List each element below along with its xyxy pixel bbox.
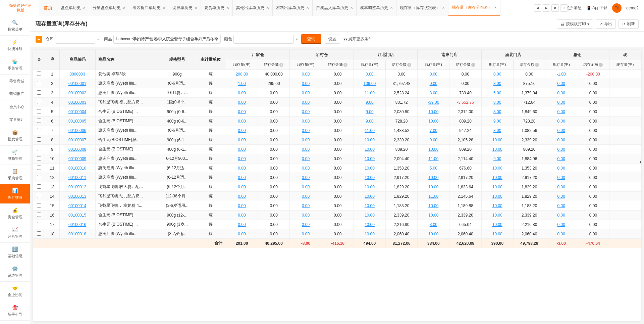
- row-zc-qty-11[interactable]: 0.00: [545, 173, 577, 182]
- row-cj-qty-5[interactable]: 0.00: [226, 117, 258, 126]
- row-yb-qty-10[interactable]: 10.00: [481, 164, 513, 173]
- tab-6[interactable]: 材料出库单历史✕: [273, 0, 313, 16]
- username[interactable]: demo2: [626, 6, 639, 10]
- row-check-7[interactable]: [33, 135, 45, 145]
- row-jb-qty-3[interactable]: 9.00: [354, 98, 385, 107]
- row-cj-qty-7[interactable]: 0.00: [226, 135, 258, 145]
- row-check-10[interactable]: [33, 164, 45, 173]
- tab-close-9[interactable]: ✕: [442, 6, 445, 10]
- row-code-0[interactable]: 0000003: [59, 70, 95, 79]
- row-zc-qty-10[interactable]: 0.00: [545, 164, 577, 173]
- sidebar-item-14[interactable]: ⚙️系统管理: [0, 262, 30, 282]
- row-yb-qty-11[interactable]: 10.00: [481, 173, 513, 182]
- row-check-5[interactable]: [33, 117, 45, 126]
- row-code-5[interactable]: 00100005: [59, 117, 95, 126]
- tab-close-7[interactable]: ✕: [350, 6, 353, 10]
- row-zc-qty-3[interactable]: 0.00: [545, 98, 577, 107]
- row-na-qty-0[interactable]: 0.00: [418, 70, 449, 79]
- row-yb-qty-15[interactable]: 10.00: [481, 211, 513, 220]
- row-na-qty-9[interactable]: 11.00: [418, 154, 449, 164]
- row-code-1[interactable]: 00100001: [59, 79, 95, 88]
- tab-7[interactable]: 产成品入库单历史✕: [313, 0, 357, 16]
- messages-btn[interactable]: 💬 消息: [568, 5, 582, 11]
- row-mc-qty-11[interactable]: 0.00: [290, 173, 322, 182]
- row-mc-qty-13[interactable]: 0.00: [290, 192, 322, 201]
- row-cj-qty-0[interactable]: 200.00: [226, 70, 258, 79]
- row-zc-qty-14[interactable]: 0.00: [545, 201, 577, 211]
- info-icon-6[interactable]: i: [599, 63, 603, 67]
- sidebar-item-11[interactable]: 💰资金管理: [0, 204, 30, 223]
- row-check-15[interactable]: [33, 211, 45, 220]
- sidebar-item-1[interactable]: ⚡快捷导航: [0, 36, 30, 55]
- row-jb-qty-12[interactable]: 10.00: [354, 182, 385, 192]
- row-cj-qty-3[interactable]: 0.00: [226, 98, 258, 107]
- row-zc-qty-13[interactable]: 0.00: [545, 192, 577, 201]
- row-cj-qty-12[interactable]: 0.00: [226, 182, 258, 192]
- print-button[interactable]: 🖨 按模板打印 ▾: [557, 19, 593, 29]
- row-zc-qty-16[interactable]: 0.00: [545, 220, 577, 229]
- tab-1[interactable]: 分量盘点单历史✕: [89, 0, 129, 16]
- sidebar-item-2[interactable]: 🏪零售管理▲: [0, 55, 30, 75]
- tab-10[interactable]: 现存量（库存分布表）✕: [448, 0, 500, 16]
- row-cj-qty-14[interactable]: 0.00: [226, 201, 258, 211]
- row-mc-qty-7[interactable]: 0.00: [290, 135, 322, 145]
- row-cj-qty-6[interactable]: 0.00: [226, 126, 258, 135]
- row-jb-qty-6[interactable]: 11.00: [354, 126, 385, 135]
- row-check-13[interactable]: [33, 192, 45, 201]
- row-check-8[interactable]: [33, 145, 45, 154]
- row-jb-qty-13[interactable]: 10.00: [354, 192, 385, 201]
- row-check-6[interactable]: [33, 126, 45, 135]
- sidebar-item-3[interactable]: 零售商城: [0, 75, 30, 87]
- row-mc-qty-5[interactable]: 0.00: [290, 117, 322, 126]
- tab-close-3[interactable]: ✕: [195, 6, 197, 10]
- row-yb-qty-12[interactable]: 10.00: [481, 182, 513, 192]
- row-code-3[interactable]: 00100003: [59, 98, 95, 107]
- row-jb-qty-10[interactable]: 10.00: [354, 164, 385, 173]
- row-code-6[interactable]: 00100006: [59, 126, 95, 135]
- tab-prev-button[interactable]: ◀: [534, 4, 541, 12]
- user-avatar[interactable]: Ea: [612, 3, 622, 13]
- row-zc-qty-15[interactable]: 0.00: [545, 211, 577, 220]
- row-code-4[interactable]: 00100004: [59, 107, 95, 117]
- tab-close-8[interactable]: ✕: [390, 6, 393, 10]
- row-yb-qty-2[interactable]: 6.00: [481, 88, 513, 98]
- row-mc-qty-0[interactable]: 0.00: [290, 70, 322, 79]
- row-mc-qty-6[interactable]: 0.00: [290, 126, 322, 135]
- tab-home[interactable]: 首页: [39, 0, 57, 16]
- row-code-15[interactable]: 00100015: [59, 211, 95, 220]
- row-cj-qty-15[interactable]: 0.00: [226, 211, 258, 220]
- tab-close-6[interactable]: ✕: [306, 6, 309, 10]
- row-na-qty-8[interactable]: 10.00: [418, 145, 449, 154]
- row-na-qty-16[interactable]: 3.00: [418, 220, 449, 229]
- col-settings[interactable]: ⚙: [33, 50, 45, 70]
- row-yb-qty-6[interactable]: 8.00: [481, 126, 513, 135]
- row-na-qty-10[interactable]: 5.00: [418, 164, 449, 173]
- row-jb-qty-8[interactable]: 10.00: [354, 145, 385, 154]
- row-zc-qty-0[interactable]: -1.00: [545, 70, 577, 79]
- row-jb-qty-0[interactable]: 0.00: [354, 70, 385, 79]
- tab-close-1[interactable]: ✕: [123, 6, 125, 10]
- color-input[interactable]: [233, 35, 294, 44]
- table-wrapper[interactable]: ⚙ 序 商品编码 商品名称 规格型号 主计量单位 厂家仓 陌村仓 江北门店 南岸…: [33, 50, 641, 321]
- row-cj-qty-8[interactable]: 0.00: [226, 145, 258, 154]
- sidebar-item-8[interactable]: 🛒电商管理: [0, 146, 30, 165]
- sidebar-item-10[interactable]: 📊库存核算: [0, 184, 30, 204]
- row-yb-qty-16[interactable]: 10.00: [481, 220, 513, 229]
- row-na-qty-7[interactable]: 9.00: [418, 135, 449, 145]
- row-code-13[interactable]: 00100013: [59, 192, 95, 201]
- row-code-17[interactable]: 00100018: [59, 229, 95, 239]
- row-yb-qty-17[interactable]: 10.00: [481, 229, 513, 239]
- row-yb-qty-7[interactable]: 10.00: [481, 135, 513, 145]
- goods-input[interactable]: [113, 35, 221, 44]
- row-na-qty-12[interactable]: 10.00: [418, 182, 449, 192]
- info-icon-2[interactable]: i: [343, 63, 347, 67]
- refresh-button[interactable]: ↺ 刷新: [619, 19, 639, 29]
- row-code-16[interactable]: 00100016: [59, 220, 95, 229]
- row-zc-qty-1[interactable]: 0.00: [545, 79, 577, 88]
- row-yb-qty-1[interactable]: 3.00: [481, 79, 513, 88]
- tab-close-2[interactable]: ✕: [163, 6, 165, 10]
- row-mc-qty-3[interactable]: 0.00: [290, 98, 322, 107]
- row-cj-qty-13[interactable]: 0.00: [226, 192, 258, 201]
- row-check-9[interactable]: [33, 154, 45, 164]
- row-cj-qty-1[interactable]: 1.00: [226, 79, 258, 88]
